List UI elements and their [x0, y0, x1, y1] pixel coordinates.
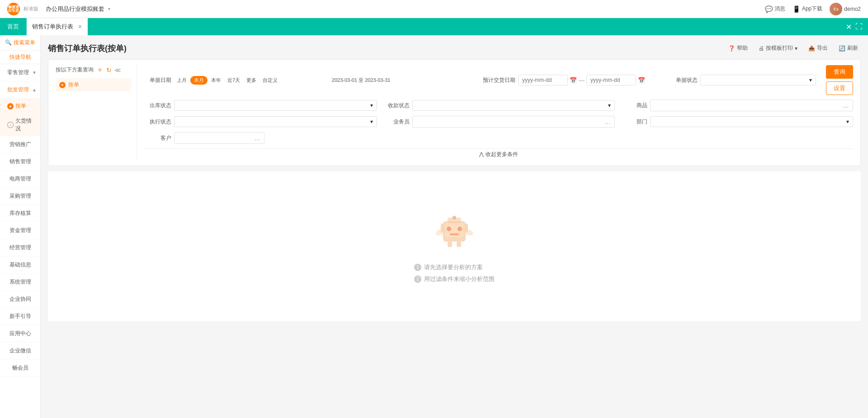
print-label: 按模板打印 [766, 44, 793, 52]
goods-select[interactable]: … [650, 100, 853, 111]
sidebar-apps-label: 应用中心 [4, 330, 37, 337]
scheme-collapse-btn[interactable]: ≪ [114, 66, 121, 74]
filter-row-3: 执行状态 ▾ 业务员 … [144, 116, 853, 128]
sidebar-item-basic[interactable]: 基础信息 [0, 256, 40, 274]
user-profile[interactable]: Ea demo2 [830, 3, 861, 15]
setting-btn[interactable]: 设置 [826, 81, 853, 95]
sub-backorder-icon: ○ [7, 122, 14, 128]
calendar-icon-end[interactable]: 📅 [638, 77, 645, 84]
scheme-add-btn[interactable]: ＋ [96, 65, 104, 75]
empty-state: 1 请先选择要分析的方案 2 用过滤条件来缩小分析范围 [48, 171, 861, 321]
sidebar-item-enterprise[interactable]: 企业协同 [0, 291, 40, 308]
sidebar-weixin-label: 企业微信 [4, 347, 37, 355]
sidebar-inventory-label: 库存核算 [4, 209, 37, 217]
refresh-btn[interactable]: 🔄 刷新 [836, 43, 861, 54]
page-header: 销售订单执行表(按单) ❓ 帮助 🖨 按模板打印 ▾ 📤 导出 🔄 刷新 [48, 43, 861, 54]
sidebar-item-system[interactable]: 系统管理 [0, 274, 40, 291]
sidebar-sub-item-orders[interactable]: ● 按单 [0, 99, 40, 114]
sidebar-item-retail[interactable]: 零售管理 ▼ [0, 64, 40, 81]
query-btns: 查询 设置 [821, 65, 853, 95]
calendar-icon-start[interactable]: 📅 [570, 77, 577, 84]
date-btn-7days[interactable]: 近7天 [225, 76, 243, 85]
window-max-btn[interactable]: ⛶ [855, 23, 863, 31]
date-btn-more[interactable]: 更多 [244, 76, 259, 85]
refresh-label: 刷新 [847, 44, 858, 52]
customer-select[interactable]: … [174, 132, 264, 144]
tab-sales-execution[interactable]: 销售订单执行表 ✕ [27, 18, 88, 35]
salesperson-select[interactable]: … [412, 116, 615, 128]
sidebar-item-sales[interactable]: 销售管理 [0, 153, 40, 171]
sidebar-search[interactable]: 🔍 搜索菜单 [0, 35, 40, 51]
print-dropdown-icon: ▾ [795, 45, 797, 52]
window-close-btn[interactable]: ✕ [846, 23, 852, 31]
sidebar-finance-label: 资金管理 [4, 227, 37, 234]
goods-dots-icon[interactable]: … [843, 102, 849, 109]
help-btn[interactable]: ❓ 帮助 [726, 43, 750, 54]
sidebar-operation-label: 经营管理 [4, 244, 37, 252]
tip-num-2: 2 [414, 276, 421, 283]
status-select[interactable]: ▾ [700, 75, 816, 86]
date-btn-prev-month[interactable]: 上月 [174, 76, 189, 85]
filter-status-field: 单据状态 ▾ [670, 75, 816, 86]
filter-date-field: 单据日期 上月 本月 本年 近7天 更多 自定义 [144, 76, 326, 85]
forecast-date-control: 📅 — 📅 [518, 75, 665, 86]
scheme-item-orders[interactable]: ● 按单 [56, 78, 131, 91]
delivery-label: 出库状态 [144, 102, 171, 109]
dept-select[interactable]: ▾ [650, 116, 853, 127]
filter-forecast-date: 预计交货日期 📅 — 📅 [483, 75, 665, 86]
sidebar-ecommerce-label: 电商管理 [4, 175, 37, 183]
date-btn-custom[interactable]: 自定义 [260, 76, 280, 85]
sidebar-item-purchase[interactable]: 采购管理 [0, 188, 40, 205]
sidebar-item-member[interactable]: 畅会员 [0, 360, 40, 377]
sidebar-item-finance[interactable]: 资金管理 [0, 222, 40, 239]
message-btn[interactable]: 💬 消息 [765, 5, 785, 13]
sidebar-item-operation[interactable]: 经营管理 [0, 239, 40, 256]
topbar-subtitle: 标准版 [24, 5, 38, 12]
forecast-date-start[interactable] [518, 75, 568, 86]
tab-close-icon[interactable]: ✕ [78, 24, 82, 30]
sidebar-item-wholesale[interactable]: 批发管理 ▲ [0, 81, 40, 99]
filter-row-1: 单据日期 上月 本月 本年 近7天 更多 自定义 2023-0 [144, 65, 853, 95]
page-title: 销售订单执行表(按单) [48, 43, 127, 54]
app-download-icon: 📱 [793, 5, 800, 13]
search-icon: 🔍 [5, 39, 12, 46]
filter-exec-field: 执行状态 ▾ [144, 116, 377, 127]
date-sep: — [579, 77, 585, 84]
export-btn[interactable]: 📤 导出 [806, 43, 830, 54]
export-icon: 📤 [808, 45, 815, 52]
tip-text-1: 请先选择要分析的方案 [424, 261, 483, 273]
exec-label: 执行状态 [144, 118, 171, 126]
sidebar-quicknav[interactable]: 快捷导航 [0, 51, 40, 64]
payment-dropdown-icon: ▾ [608, 102, 611, 109]
date-btn-this-year[interactable]: 本年 [208, 76, 224, 85]
filter-goods-field: 商品 … [620, 100, 853, 111]
export-label: 导出 [817, 44, 828, 52]
help-icon: ❓ [728, 45, 735, 52]
query-btn[interactable]: 查询 [826, 65, 853, 79]
date-btn-this-month[interactable]: 本月 [190, 76, 208, 85]
sidebar-item-weixin[interactable]: 企业微信 [0, 342, 40, 360]
print-btn[interactable]: 🖨 按模板打印 ▾ [756, 43, 800, 54]
topbar-left: 畅捷通好生意 标准版 办公用品行业模拟账套 ▾ [7, 3, 110, 15]
sidebar-item-ecommerce[interactable]: 电商管理 [0, 171, 40, 188]
scheme-refresh-btn[interactable]: ↻ [106, 66, 112, 74]
dept-label: 部门 [620, 118, 647, 126]
sidebar-item-inventory[interactable]: 库存核算 [0, 205, 40, 222]
sidebar-sub-item-backorder[interactable]: ○ 欠货情况 [0, 114, 40, 136]
app-download-btn[interactable]: 📱 App下载 [793, 5, 822, 13]
forecast-date-end[interactable] [586, 75, 636, 86]
status-label: 单据状态 [670, 76, 698, 84]
topbar-dropdown[interactable]: ▾ [108, 6, 110, 11]
salesperson-dots-icon[interactable]: … [604, 118, 611, 125]
sidebar-item-guide[interactable]: 新手引导 [0, 308, 40, 325]
svg-point-2 [447, 227, 451, 231]
collapse-filter-btn[interactable]: ⋀ 收起更多条件 [144, 148, 853, 160]
delivery-select[interactable]: ▾ [174, 100, 377, 111]
sidebar-item-marketing[interactable]: 营销推广 [0, 136, 40, 153]
exec-select[interactable]: ▾ [174, 116, 377, 127]
sidebar-item-apps[interactable]: 应用中心 [0, 325, 40, 342]
customer-dots-icon[interactable]: … [254, 134, 260, 142]
tab-home[interactable]: 首页 [0, 18, 27, 35]
filter-payment-field: 收款状态 ▾ [382, 100, 615, 111]
payment-select[interactable]: ▾ [412, 100, 615, 111]
